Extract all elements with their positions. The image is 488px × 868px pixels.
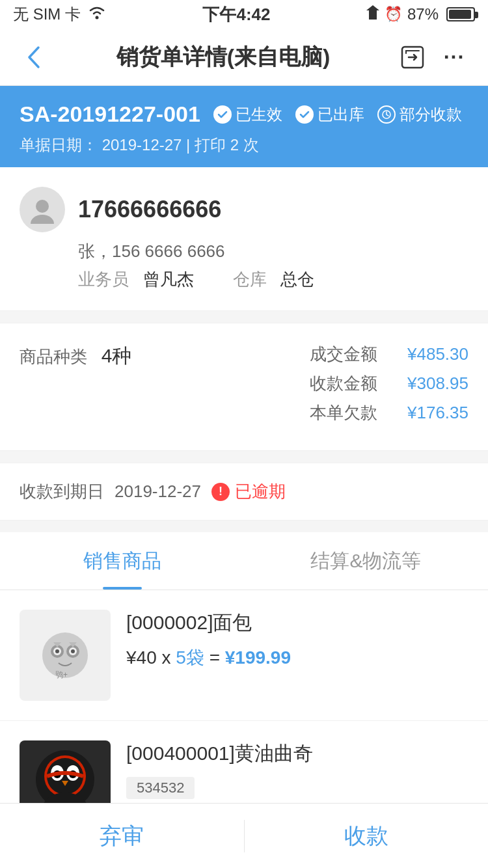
total-bread: ¥199.99 (225, 647, 291, 668)
amount-label: 成交金额 (310, 343, 377, 366)
more-button[interactable]: ··· (440, 43, 468, 72)
financial-stats: 成交金额 ¥485.30 收款金额 ¥308.95 本单欠款 ¥176.35 (310, 343, 468, 431)
amount-row: 成交金额 ¥485.30 (310, 343, 468, 366)
svg-text:鸮+: 鸮+ (55, 670, 68, 679)
debt-label: 本单欠款 (310, 401, 377, 424)
clock-icon (377, 105, 396, 124)
debt-value: ¥176.35 (390, 403, 468, 423)
check-icon-1 (213, 105, 232, 124)
collect-payment-button[interactable]: 收款 (245, 804, 489, 868)
status-left: 无 SIM 卡 (13, 4, 107, 25)
warehouse-value: 总仓 (280, 269, 314, 289)
customer-name-detail: 张，156 6666 6666 (78, 240, 468, 263)
svg-point-4 (31, 215, 54, 224)
svg-point-10 (55, 649, 59, 653)
amount-value: ¥485.30 (390, 344, 468, 364)
order-id: SA-20191227-001 (20, 102, 200, 127)
qty-bread: 5袋 (176, 647, 204, 668)
share-button[interactable] (398, 43, 427, 72)
product-item-bread: 鸮+ [0000002]面包 ¥40 x 5袋 = ¥199.99 (0, 590, 488, 721)
tab-settlement[interactable]: 结算&物流等 (244, 532, 488, 590)
carrier-label: 无 SIM 卡 (13, 4, 81, 25)
collected-label: 收款金额 (310, 372, 377, 395)
nav-actions: ··· (398, 43, 468, 72)
product-info-bread: [0000002]面包 ¥40 x 5袋 = ¥199.99 (126, 610, 468, 670)
product-name-bread: [0000002]面包 (126, 610, 468, 636)
overdue-icon: ! (211, 483, 230, 501)
bottom-bar: 弃审 收款 (0, 803, 488, 868)
battery-icon (446, 7, 475, 21)
customer-row: 17666666666 (20, 187, 468, 232)
avatar (20, 187, 65, 232)
banner-top: SA-20191227-001 已生效 已出库 (20, 102, 468, 127)
stats-section: 商品种类 4种 成交金额 ¥485.30 收款金额 ¥308.95 本单欠款 ¥… (0, 323, 488, 451)
location-icon (366, 5, 379, 23)
overdue-text: 已逾期 (235, 480, 286, 503)
status-time: 下午4:42 (202, 3, 270, 26)
product-sku-cookie: 534532 (126, 777, 195, 799)
check-icon-2 (295, 105, 314, 124)
salesperson-label: 业务员 (78, 269, 129, 289)
battery-percent: 87% (407, 5, 439, 23)
svg-point-11 (71, 649, 75, 653)
product-type-value: 4种 (102, 345, 132, 366)
page-title: 销货单详情(来自电脑) (116, 42, 331, 72)
svg-point-0 (96, 16, 99, 20)
collected-row: 收款金额 ¥308.95 (310, 372, 468, 395)
svg-point-3 (36, 200, 49, 213)
due-date-value: 2019-12-27 (115, 481, 201, 502)
header-banner: SA-20191227-001 已生效 已出库 (0, 86, 488, 167)
collected-value: ¥308.95 (390, 373, 468, 394)
customer-phone: 17666666666 (78, 196, 221, 223)
salesperson-value: 曾凡杰 (143, 269, 194, 289)
nav-bar: 销货单详情(来自电脑) ··· (0, 29, 488, 86)
product-name-cookie: [000400001]黄油曲奇 (126, 740, 468, 767)
overdue-badge: ! 已逾期 (211, 480, 286, 503)
customer-section: 17666666666 张，156 6666 6666 业务员 曾凡杰 仓库 总… (0, 167, 488, 311)
status-partial: 部分收款 (377, 104, 462, 125)
tab-indicator (103, 587, 142, 590)
product-thumb-bread: 鸮+ (20, 610, 111, 701)
wifi-icon (87, 5, 107, 23)
status-effected: 已生效 (213, 104, 282, 125)
status-bar: 无 SIM 卡 下午4:42 ⏰ 87% (0, 0, 488, 29)
cancel-review-button[interactable]: 弃审 (0, 804, 244, 868)
product-price-bread: ¥40 x 5袋 = ¥199.99 (126, 645, 468, 670)
status-right: ⏰ 87% (366, 5, 475, 23)
customer-meta: 业务员 曾凡杰 仓库 总仓 (78, 268, 468, 291)
tab-sales-products[interactable]: 销售商品 (0, 532, 244, 590)
due-label: 收款到期日 (20, 480, 104, 503)
tabs-container: 销售商品 结算&物流等 (0, 532, 488, 590)
debt-row: 本单欠款 ¥176.35 (310, 401, 468, 424)
alarm-icon: ⏰ (385, 6, 402, 23)
status-shipped: 已出库 (295, 104, 364, 125)
product-type-stats: 商品种类 4种 (20, 343, 131, 370)
back-button[interactable] (20, 43, 48, 72)
warehouse-label: 仓库 (233, 269, 267, 289)
due-date-section: 收款到期日 2019-12-27 ! 已逾期 (0, 463, 488, 521)
banner-sub: 单据日期： 2019-12-27 | 打印 2 次 (20, 135, 468, 156)
